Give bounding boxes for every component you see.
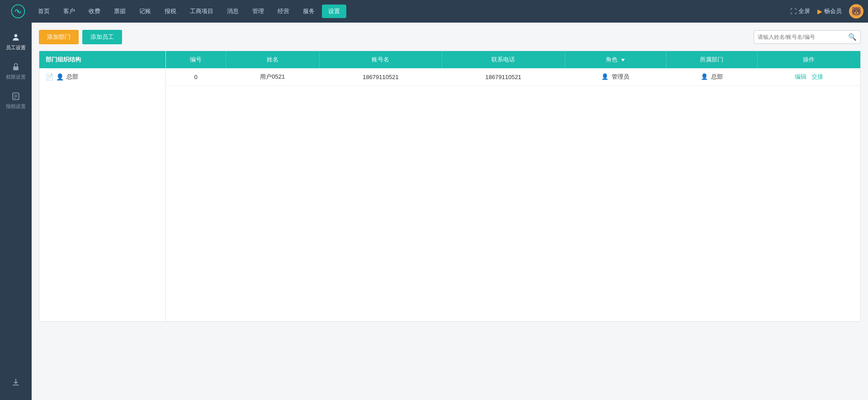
table-row: 0 用户0521 18679110521 18679110521 👤 管理员 👤… [166, 68, 860, 86]
col-header-name: 姓名 [226, 51, 319, 68]
add-employee-button[interactable]: 添加员工 [82, 30, 122, 44]
filter-icon [621, 59, 625, 61]
svg-point-2 [14, 34, 18, 38]
fullscreen-button[interactable]: ⛶ 全屏 [790, 7, 810, 15]
download-icon [11, 377, 21, 387]
add-dept-button[interactable]: 添加部门 [39, 30, 79, 44]
sidebar-item-permission[interactable]: 权限设置 [0, 56, 32, 86]
col-header-account: 账号名 [319, 51, 442, 68]
nav-item-fee[interactable]: 收费 [82, 5, 107, 18]
role-user-icon: 👤 [601, 73, 609, 80]
col-header-id: 编号 [166, 51, 226, 68]
nav-item-settings[interactable]: 设置 [322, 5, 346, 18]
dept-row-icon: 👤 [701, 73, 708, 80]
nav-item-manage[interactable]: 管理 [246, 5, 270, 18]
col-header-dept: 所属部门 [666, 51, 757, 68]
search-box: 🔍 [754, 30, 861, 44]
nav-item-bizproject[interactable]: 工商项目 [184, 5, 220, 18]
tree-panel: 部门组织结构 📄 👤 总部 [39, 51, 166, 321]
tax-icon [11, 91, 21, 101]
col-header-phone: 联系电话 [442, 51, 565, 68]
svg-point-1 [17, 10, 19, 13]
nav-item-customer[interactable]: 客户 [57, 5, 81, 18]
layout: 员工设置 权限设置 报税设置 [0, 23, 868, 400]
search-icon: 🔍 [848, 33, 857, 41]
top-nav: 首页 客户 收费 票据 记账 报税 工商项目 消息 管理 经营 服务 设置 ⛶ … [0, 0, 868, 23]
employee-table: 编号 姓名 账号名 联系电话 角色 所属部门 操作 [166, 51, 860, 86]
sidebar-item-employee-label: 员工设置 [6, 44, 26, 51]
cell-name: 用户0521 [226, 68, 319, 86]
vip-label: 畅会员 [824, 7, 842, 15]
tree-item-headquarters[interactable]: 📄 👤 总部 [39, 68, 165, 85]
nav-item-bookkeeping[interactable]: 记账 [133, 5, 157, 18]
sidebar-item-permission-label: 权限设置 [6, 74, 26, 80]
nav-item-bill[interactable]: 票据 [108, 5, 132, 18]
sidebar-bottom [9, 372, 23, 400]
nav-item-operation[interactable]: 经营 [271, 5, 296, 18]
svg-rect-8 [13, 385, 19, 386]
vip-button[interactable]: ▶ 畅会员 [817, 7, 842, 15]
handover-link[interactable]: 交接 [811, 73, 823, 80]
table-panel: 编号 姓名 账号名 联系电话 角色 所属部门 操作 [166, 51, 860, 321]
toolbar: 添加部门 添加员工 🔍 [39, 30, 861, 44]
search-input[interactable] [758, 34, 848, 40]
cell-phone: 18679110521 [442, 68, 565, 86]
sidebar-item-taxsetting-label: 报税设置 [6, 103, 26, 110]
file-icon: 📄 [46, 73, 53, 80]
svg-rect-4 [13, 93, 19, 100]
cell-action: 编辑 交接 [757, 68, 860, 86]
edit-link[interactable]: 编辑 [795, 73, 807, 80]
dept-label: 总部 [66, 73, 78, 81]
sidebar-item-download[interactable] [9, 372, 23, 393]
cell-account: 18679110521 [319, 68, 442, 86]
nav-item-message[interactable]: 消息 [221, 5, 245, 18]
col-header-action: 操作 [757, 51, 860, 68]
fullscreen-label: 全屏 [798, 7, 810, 15]
sidebar-item-employee[interactable]: 员工设置 [0, 27, 32, 56]
nav-item-home[interactable]: 首页 [32, 5, 56, 18]
fullscreen-icon: ⛶ [790, 8, 797, 15]
nav-item-service[interactable]: 服务 [297, 5, 321, 18]
nav-items: 首页 客户 收费 票据 记账 报税 工商项目 消息 管理 经营 服务 设置 [32, 5, 790, 18]
content-area: 部门组织结构 📄 👤 总部 编号 姓名 账号名 联系电话 [39, 51, 861, 322]
vip-icon: ▶ [817, 8, 822, 15]
avatar[interactable]: 🐻 [849, 4, 863, 19]
nav-right: ⛶ 全屏 ▶ 畅会员 🐻 [790, 4, 863, 19]
search-button[interactable]: 🔍 [848, 33, 857, 41]
logo [5, 4, 32, 19]
svg-rect-3 [13, 66, 19, 70]
dept-user-icon: 👤 [56, 73, 64, 80]
cell-role: 👤 管理员 [565, 68, 666, 86]
main-content: 添加部门 添加员工 🔍 部门组织结构 📄 👤 总部 [32, 23, 868, 400]
lock-icon [11, 62, 21, 72]
sidebar: 员工设置 权限设置 报税设置 [0, 23, 32, 400]
col-header-role: 角色 [565, 51, 666, 68]
nav-item-tax[interactable]: 报税 [158, 5, 183, 18]
sidebar-item-taxsetting[interactable]: 报税设置 [0, 86, 32, 115]
cell-dept: 👤 总部 [666, 68, 757, 86]
tree-header: 部门组织结构 [39, 51, 165, 68]
person-icon [11, 33, 21, 42]
cell-id: 0 [166, 68, 226, 86]
